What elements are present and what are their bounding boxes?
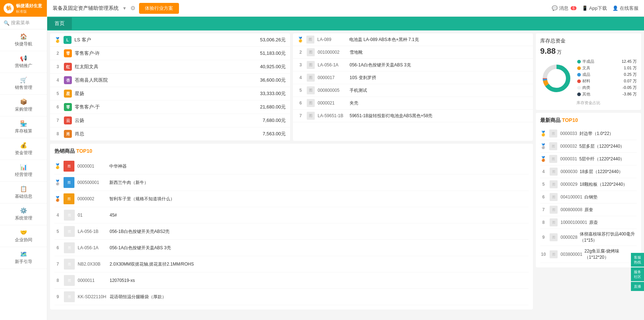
table-row: 4 杏 苍南县人民医院 36,600.00元 bbox=[50, 74, 290, 87]
rank-number: 8 bbox=[54, 131, 61, 137]
product-code: 0000030 bbox=[561, 169, 578, 174]
hot-products-title: 热销商品 TOP10 bbox=[54, 148, 529, 155]
product-info: 0000030 18多层（1220*2440） bbox=[561, 169, 637, 175]
inventory-legend: 半成品 12.45 万 文具 1.01 万 成品 0.25 万 材料 0.07 … bbox=[577, 59, 637, 98]
product-info: 0000032 5层多层（1220*2440） bbox=[560, 143, 637, 149]
legend-dot bbox=[577, 73, 581, 77]
product-code: 000800008 bbox=[561, 207, 582, 212]
customer-name: 云扬 bbox=[75, 117, 260, 124]
content: 🥇 L LS 客户 53,006.26元 2 零 零售客户-许 51,183.0… bbox=[47, 30, 644, 320]
new-products-list: 🥇 图 0000033 封边带（1.0*22） 🥈 图 0000032 5层多层… bbox=[540, 127, 637, 263]
inventory-caption: 库存资金占比 bbox=[540, 100, 637, 106]
legend-dot bbox=[577, 93, 581, 96]
trial-button[interactable]: 体验行业方案 bbox=[139, 3, 179, 14]
hot-products-section: 热销商品 TOP10 🥇 图 0000001 中华神器 🥈 图 00050000… bbox=[50, 144, 533, 309]
customer-amount: 21,680.00元 bbox=[260, 104, 286, 110]
sidebar: 畅 畅捷通好生意 标准版 🔍 搜索菜单 🏠快捷导航📢营销推广🛒销售管理📦采购管理… bbox=[0, 0, 47, 320]
nav-label-system: 系统管理 bbox=[15, 215, 32, 221]
legend-label: 其他 bbox=[582, 91, 623, 97]
product-name: 中华神器 bbox=[109, 163, 529, 169]
rank-number: 3 bbox=[54, 63, 61, 70]
sidebar-item-sales[interactable]: 🛒销售管理 bbox=[0, 73, 47, 95]
service-bar-item[interactable]: 服务 社区 bbox=[631, 267, 644, 281]
product-name: 体彻嘉枝味苏打饮品400毫升（1*15） bbox=[580, 231, 637, 243]
customer-name: 星扬 bbox=[75, 90, 257, 97]
sidebar-item-operation[interactable]: 📊经营管理 bbox=[0, 160, 47, 182]
mobile-icon: 📱 bbox=[582, 5, 588, 11]
rank-number: 6 bbox=[54, 245, 61, 251]
sidebar-search[interactable]: 🔍 搜索菜单 bbox=[0, 17, 47, 29]
product-thumb: 图 bbox=[64, 242, 75, 253]
customer-name: 肖总 bbox=[75, 131, 260, 137]
sidebar-item-finance[interactable]: 💰资金管理 bbox=[0, 138, 47, 160]
product-thumb: 图 bbox=[64, 161, 74, 172]
legend-item: 半成品 12.45 万 bbox=[577, 59, 637, 64]
sidebar-item-inventory[interactable]: 🏪库存核算 bbox=[0, 116, 47, 138]
nav-icon-enterprise: 🤝 bbox=[20, 229, 27, 236]
product-code: 0000001 bbox=[77, 164, 106, 169]
product-thumb: 图 bbox=[64, 291, 75, 302]
settings-icon[interactable]: ⚙ bbox=[130, 5, 135, 12]
topbar-dropdown-icon[interactable]: ▼ bbox=[122, 6, 127, 11]
product-name: 手机测试 bbox=[350, 87, 529, 94]
product-code: LA-056-1A bbox=[318, 62, 347, 67]
sidebar-item-home[interactable]: 🏠快捷导航 bbox=[0, 29, 47, 51]
product-name: 5层多层（1220*2440） bbox=[579, 143, 625, 149]
legend-value: 1.01 万 bbox=[624, 65, 637, 71]
table-row: 2 零 零售客户-许 51,183.00元 bbox=[50, 47, 290, 60]
legend-dot bbox=[577, 79, 581, 83]
rank-number: 5 bbox=[297, 87, 304, 94]
product-code: 000500001 bbox=[77, 180, 106, 185]
product-img: 图 bbox=[307, 48, 315, 56]
sidebar-item-purchase[interactable]: 📦采购管理 bbox=[0, 95, 47, 116]
sidebar-nav: 🏠快捷导航📢营销推广🛒销售管理📦采购管理🏪库存核算💰资金管理📊经营管理📋基础信息… bbox=[0, 29, 47, 320]
inventory-unit: 万 bbox=[557, 49, 562, 55]
list-item: 5 图 LA-056-1B 056-1B白色按键开关壳ABS2壳 bbox=[54, 223, 529, 240]
inventory-card: 库存总资金 9.88 万 bbox=[536, 33, 641, 110]
list-item: 10 图 003800001 22g鱼豆腐-烧烤味（1*12*20） bbox=[540, 246, 637, 263]
sidebar-item-enterprise[interactable]: 🤝企业协同 bbox=[0, 225, 47, 247]
nav-label-finance: 资金管理 bbox=[15, 150, 32, 156]
product-name: 封边带（1.0*22） bbox=[579, 131, 614, 137]
sidebar-item-marketing[interactable]: 📢营销推广 bbox=[0, 51, 47, 73]
product-code: 0000029 bbox=[561, 182, 578, 187]
search-icon: 🔍 bbox=[4, 20, 9, 26]
online-service-item[interactable]: 👤 在线客服 bbox=[612, 5, 639, 12]
rank-number: 7 bbox=[297, 112, 304, 119]
sidebar-item-guide[interactable]: 🗺️新手引导 bbox=[0, 247, 47, 269]
product-name: 智利车子里（规格不知道填什么） bbox=[109, 196, 529, 202]
tab-home[interactable]: 首页 bbox=[47, 17, 72, 30]
legend-dot bbox=[577, 86, 581, 90]
service-bar-item[interactable]: 客服 热线 bbox=[631, 253, 644, 267]
message-item[interactable]: 💬 消息 6 bbox=[552, 5, 576, 12]
topbar-right: 💬 消息 6 📱 App下载 👤 在线客服 bbox=[552, 5, 639, 12]
rank-number: 7 bbox=[54, 117, 61, 124]
product-name: 电池盖 LA-089 ABS本色+黑种 7.1克 bbox=[349, 37, 529, 43]
service-bar-item[interactable]: 直播 bbox=[631, 282, 644, 291]
nav-icon-purchase: 📦 bbox=[20, 98, 27, 105]
sidebar-item-basic[interactable]: 📋基础信息 bbox=[0, 182, 47, 204]
service-bar: 客服 热线服务 社区直播 bbox=[631, 253, 644, 291]
product-code: 0000011 bbox=[78, 278, 107, 283]
rank-number: 8 bbox=[54, 277, 61, 284]
list-item: 8 图 10000100001 原壶 bbox=[540, 216, 637, 229]
medal-icon: 🥈 bbox=[54, 180, 61, 185]
rank-number: 6 bbox=[54, 104, 61, 110]
customer-avatar: 星 bbox=[64, 90, 72, 98]
inventory-total: 9.88 万 bbox=[540, 46, 637, 56]
rank-number: 9 bbox=[54, 294, 61, 300]
product-info: 003800001 22g鱼豆腐-烧烤味（1*12*20） bbox=[561, 248, 637, 260]
product-name: 原奎 bbox=[584, 207, 593, 213]
legend-dot bbox=[577, 66, 581, 70]
app-download-item[interactable]: 📱 App下载 bbox=[582, 5, 607, 12]
table-row: 6 图 0000021 夹壳 bbox=[293, 97, 533, 110]
product-name: 056-1A白色按键开关盖ABS 3克 bbox=[350, 62, 529, 68]
legend-dot bbox=[577, 60, 581, 63]
table-row: 5 星 星扬 33,333.00元 bbox=[50, 87, 290, 100]
list-item: 5 图 0000029 18颗粒板（1220*2440） bbox=[540, 178, 637, 191]
table-row: 6 零 零售客户-于 21,680.00元 bbox=[50, 100, 290, 114]
customer-name: 零售客户-许 bbox=[75, 50, 257, 57]
sidebar-item-system[interactable]: ⚙️系统管理 bbox=[0, 204, 47, 225]
product-name: 056-1B白色按键开关壳ABS2壳 bbox=[110, 229, 529, 235]
product-code: 0000031 bbox=[560, 156, 577, 161]
